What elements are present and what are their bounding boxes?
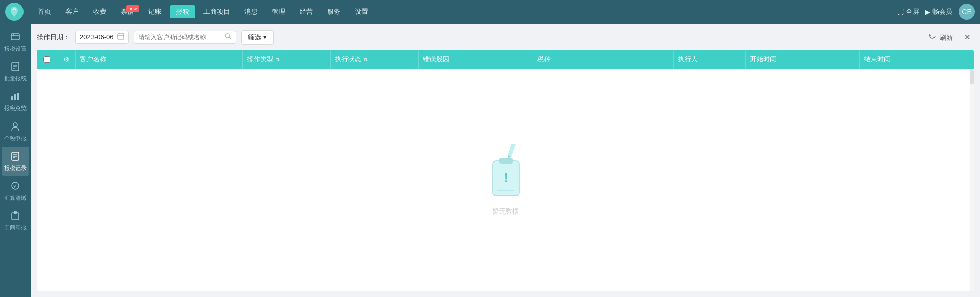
annual-report-icon: [10, 210, 20, 222]
sidebar-label-tax-settings: 报税设置: [4, 46, 27, 52]
date-picker[interactable]: 2023-06-06: [75, 31, 129, 44]
svg-rect-25: [508, 144, 517, 156]
personal-tax-icon: [10, 121, 20, 133]
nav-service[interactable]: 服务: [321, 5, 347, 18]
refresh-button[interactable]: 刷新: [925, 30, 956, 45]
app-logo: [5, 3, 24, 21]
th-start-time: 开始时间: [746, 50, 860, 69]
empty-text: 暂无数据: [492, 207, 519, 216]
search-icon: [224, 33, 232, 41]
svg-point-23: [225, 34, 230, 38]
svg-rect-7: [11, 96, 13, 100]
sidebar-label-settlement: 汇算清缴: [4, 195, 27, 201]
user-avatar[interactable]: CE: [959, 4, 975, 20]
nav-account[interactable]: 记账: [142, 5, 168, 18]
content-area: 操作日期： 2023-06-06: [31, 24, 980, 297]
svg-rect-19: [118, 34, 124, 39]
sidebar-label-tax-records: 报税记录: [4, 165, 27, 172]
svg-rect-8: [14, 94, 16, 100]
main-layout: 报税设置 批量报税 报税总览: [0, 24, 980, 297]
tax-overview-icon: [10, 91, 20, 103]
table-body: ! 暂无数据: [37, 69, 974, 291]
exec-status-sort-icon: ⇅: [363, 57, 368, 62]
search-input[interactable]: [139, 34, 221, 41]
svg-text:¥: ¥: [13, 184, 16, 189]
nav-billing[interactable]: 收费: [87, 5, 112, 18]
sidebar-item-tax-overview[interactable]: 报税总览: [2, 87, 29, 116]
sidebar-item-personal-tax[interactable]: 个税申报: [2, 117, 29, 146]
calendar-icon: [117, 33, 124, 41]
nav-invoice[interactable]: 票据 new: [115, 5, 140, 18]
sidebar-item-settlement[interactable]: ¥ 汇算清缴: [2, 177, 29, 205]
batch-tax-icon: [10, 61, 20, 73]
svg-text:!: !: [504, 169, 508, 185]
empty-state: ! 暂无数据: [480, 144, 531, 216]
tax-settings-icon: [10, 32, 20, 44]
sidebar: 报税设置 批量报税 报税总览: [0, 24, 31, 297]
nav-items: 首页 客户 收费 票据 new 记账 报税 工商项目 消息 管理 经营 服务 设…: [32, 5, 897, 18]
new-badge: new: [126, 5, 139, 12]
fullscreen-icon: ⛶: [897, 8, 904, 16]
th-tax-type: 税种: [533, 50, 674, 69]
svg-point-10: [13, 123, 17, 127]
sidebar-label-personal-tax: 个税申报: [4, 135, 27, 142]
svg-rect-9: [17, 93, 19, 100]
sidebar-item-tax-settings[interactable]: 报税设置: [2, 28, 29, 56]
empty-illustration: !: [480, 144, 531, 201]
settlement-icon: ¥: [10, 181, 20, 193]
close-button[interactable]: ✕: [961, 31, 974, 44]
nav-tax[interactable]: 报税: [170, 5, 195, 18]
chevron-down-icon: ▾: [263, 33, 267, 41]
refresh-label: 刷新: [940, 34, 953, 41]
nav-business[interactable]: 工商项目: [197, 5, 236, 18]
sidebar-label-batch-tax: 批量报税: [4, 75, 27, 82]
scroll-thumb[interactable]: [970, 69, 974, 84]
nav-management[interactable]: 管理: [266, 5, 291, 18]
filter-label: 筛选: [248, 33, 261, 42]
th-checkbox[interactable]: [37, 50, 57, 69]
date-label: 操作日期：: [37, 33, 70, 42]
toolbar: 操作日期： 2023-06-06: [37, 30, 974, 45]
fullscreen-tool[interactable]: ⛶ 全屏: [897, 7, 919, 16]
svg-rect-0: [11, 34, 19, 40]
nav-customer[interactable]: 客户: [59, 5, 85, 18]
svg-rect-29: [499, 158, 513, 164]
svg-rect-18: [14, 211, 17, 214]
tax-records-icon: [10, 151, 20, 163]
th-settings[interactable]: ⚙: [57, 50, 76, 69]
sidebar-label-annual-report: 工商年报: [4, 224, 27, 231]
date-value: 2023-06-06: [80, 33, 114, 41]
member-icon: ▶: [925, 8, 930, 16]
th-client-name: 客户名称: [76, 50, 243, 69]
scroll-indicator: [970, 69, 974, 291]
sidebar-item-tax-records[interactable]: 报税记录: [2, 147, 29, 176]
select-all-checkbox[interactable]: [43, 56, 50, 63]
table-container: ⚙ 客户名称 操作类型 ⇅ 执行状态 ⇅ 错误股因 税种: [37, 50, 974, 291]
nav-finance[interactable]: 经营: [293, 5, 319, 18]
th-op-type[interactable]: 操作类型 ⇅: [243, 50, 331, 69]
th-exec-status[interactable]: 执行状态 ⇅: [331, 50, 419, 69]
search-box[interactable]: [134, 31, 236, 44]
right-tools: ⛶ 全屏 ▶ 畅会员 CE: [897, 4, 975, 20]
th-executor: 执行人: [674, 50, 746, 69]
member-tool[interactable]: ▶ 畅会员: [925, 7, 952, 16]
nav-message[interactable]: 消息: [238, 5, 264, 18]
sidebar-item-annual-report[interactable]: 工商年报: [2, 206, 29, 235]
sidebar-item-batch-tax[interactable]: 批量报税: [2, 57, 29, 86]
settings-icon: ⚙: [63, 56, 70, 63]
table-header: ⚙ 客户名称 操作类型 ⇅ 执行状态 ⇅ 错误股因 税种: [37, 50, 974, 69]
op-type-sort-icon: ⇅: [276, 57, 280, 62]
svg-rect-17: [12, 213, 19, 220]
sidebar-label-tax-overview: 报税总览: [4, 105, 27, 112]
svg-line-24: [229, 37, 231, 39]
filter-button[interactable]: 筛选 ▾: [241, 30, 274, 45]
th-end-time: 结束时间: [860, 50, 974, 69]
th-error-reason: 错误股因: [419, 50, 533, 69]
top-navigation: 首页 客户 收费 票据 new 记账 报税 工商项目 消息 管理 经营 服务 设…: [0, 0, 980, 24]
nav-home[interactable]: 首页: [32, 5, 57, 18]
nav-settings[interactable]: 设置: [349, 5, 374, 18]
